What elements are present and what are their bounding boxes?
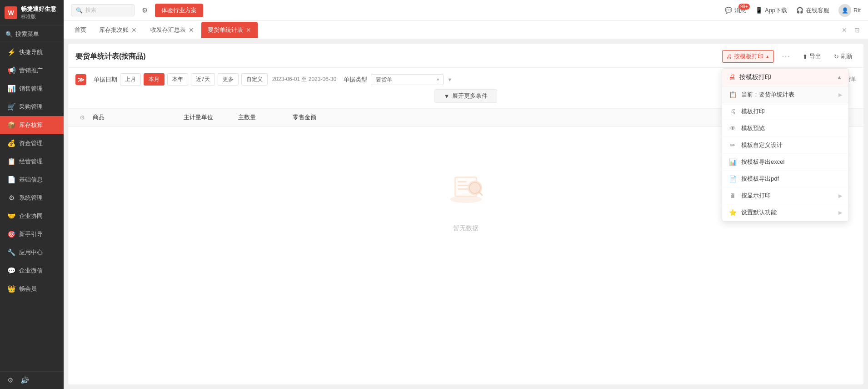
- nav-icon-inventory: 📦: [7, 121, 15, 129]
- template-preview-icon: 👁: [728, 125, 737, 132]
- template-pdf-label: 按模板导出pdf: [741, 175, 779, 183]
- sidebar-item-guide[interactable]: 🎯 新手引导: [0, 225, 64, 243]
- template-print-label: 模板打印: [741, 107, 765, 116]
- current-template-chevron: ▶: [838, 92, 842, 98]
- nav-icon-enterprise: 🤝: [7, 212, 15, 220]
- date-this-month-btn[interactable]: 本月: [144, 73, 165, 86]
- dropdown-template-custom[interactable]: ✏ 模板自定义设计: [722, 137, 848, 154]
- tab-order-stats-close[interactable]: ✕: [246, 27, 251, 33]
- date-custom-btn[interactable]: 自定义: [241, 73, 268, 86]
- sidebar-item-marketing[interactable]: 📢 营销推广: [0, 61, 64, 80]
- industry-btn[interactable]: 体验行业方案: [155, 4, 203, 17]
- topbar-gear-icon[interactable]: ⚙: [140, 5, 150, 16]
- dropdown-chevron-up-icon[interactable]: ▲: [837, 74, 842, 81]
- app-download-icon: 📱: [755, 7, 763, 14]
- date-prev-month-btn[interactable]: 上月: [120, 73, 141, 86]
- dropdown-title: 按模板打印: [739, 73, 771, 81]
- avatar: 👤: [838, 4, 851, 17]
- dropdown-header: 🖨 按模板打印 ▲: [722, 69, 848, 86]
- sidebar-item-enterprise[interactable]: 🤝 企业协同: [0, 207, 64, 225]
- template-preview-label: 模板预览: [741, 124, 765, 132]
- sidebar-item-sales[interactable]: 📊 销售管理: [0, 80, 64, 98]
- nav-icon-finance: 💰: [7, 139, 15, 147]
- tab-order-stats-label: 要货单统计表: [208, 26, 243, 34]
- empty-text: 暂无数据: [453, 224, 479, 232]
- sidebar-item-inventory[interactable]: 📦 库存核算: [0, 116, 64, 134]
- filter-expand-toggle[interactable]: ≫: [75, 74, 86, 85]
- export-label: 导出: [809, 52, 821, 61]
- topbar: 🔍 搜索 ⚙ 体验行业方案 💬 消息 99+ 📱 App下载 🎧 在线客服 👤: [64, 0, 868, 21]
- more-filters-btn[interactable]: ▼ 展开更多条件: [434, 89, 498, 103]
- date-last7-btn[interactable]: 近7天: [191, 73, 215, 86]
- dropdown-default-func[interactable]: ⭐ 设置默认功能 ▶: [722, 204, 848, 221]
- dropdown-template-excel[interactable]: 📊 按模板导出excel: [722, 154, 848, 171]
- dropdown-default-left: ⭐ 设置默认功能: [728, 208, 777, 217]
- tab-receipt-summary-label: 收发存汇总表: [150, 26, 186, 34]
- dropdown-template-preview[interactable]: 👁 模板预览: [722, 120, 848, 137]
- topbar-actions: 💬 消息 99+ 📱 App下载 🎧 在线客服 👤 Rit: [725, 4, 861, 17]
- date-filter-label: 单据日期: [94, 76, 117, 84]
- sidebar-item-wechat[interactable]: 💬 企业微信: [0, 262, 64, 280]
- chevron-up-icon: ▲: [765, 54, 770, 59]
- tab-maximize-btn[interactable]: ⊡: [852, 25, 863, 35]
- tab-receipt-summary-close[interactable]: ✕: [189, 27, 194, 33]
- refresh-btn[interactable]: ↻ 刷新: [830, 51, 856, 62]
- sidebar-item-membership[interactable]: 👑 畅会员: [0, 280, 64, 298]
- sidebar-item-operations[interactable]: 📋 经营管理: [0, 152, 64, 171]
- tab-batch-account-close[interactable]: ✕: [131, 27, 137, 33]
- online-service-label: 在线客服: [806, 6, 829, 15]
- message-btn[interactable]: 💬 消息 99+: [725, 6, 746, 15]
- dropdown-display-print[interactable]: 🖥 按显示打印 ▶: [722, 187, 848, 204]
- tab-expand-area: ✕ ⊡: [839, 25, 863, 35]
- dropdown-template-pdf[interactable]: 📄 按模板导出pdf: [722, 171, 848, 187]
- tab-batch-account[interactable]: 库存批次账 ✕: [93, 22, 143, 38]
- sidebar-nav: ⚡ 快捷导航 📢 营销推广 📊 销售管理 🛒 采购管理 📦 库存核算 💰 资金管…: [0, 43, 64, 371]
- sidebar-item-basic-info[interactable]: 📄 基础信息: [0, 171, 64, 189]
- template-custom-icon: ✏: [728, 141, 737, 149]
- nav-icon-quick-nav: ⚡: [7, 48, 15, 56]
- dropdown-header-right: ▲: [837, 74, 842, 81]
- tab-home[interactable]: 首页: [69, 22, 92, 38]
- user-avatar[interactable]: 👤 Rit: [838, 4, 861, 17]
- more-options-btn[interactable]: ···: [779, 51, 793, 61]
- export-btn[interactable]: ⬆ 导出: [799, 51, 825, 62]
- online-service-btn[interactable]: 🎧 在线客服: [796, 6, 829, 15]
- type-select[interactable]: 要货单: [371, 74, 444, 85]
- sidebar-search[interactable]: 🔍 搜索菜单: [0, 25, 64, 43]
- tab-close-window-btn[interactable]: ✕: [839, 25, 850, 35]
- sidebar-item-appstore[interactable]: 🔧 应用中心: [0, 243, 64, 262]
- type-dropdown-icon[interactable]: ▼: [447, 77, 452, 82]
- column-settings-btn[interactable]: ⚙: [75, 114, 89, 121]
- sidebar-item-finance[interactable]: 💰 资金管理: [0, 134, 64, 152]
- dropdown-title-area: 🖨 按模板打印: [728, 73, 771, 81]
- dropdown-template-print[interactable]: 🖨 模板打印: [722, 103, 848, 120]
- template-excel-icon: 📊: [728, 158, 737, 166]
- dropdown-current-template[interactable]: 📋 当前：要货单统计表 ▶: [722, 86, 848, 103]
- date-more-btn[interactable]: 更多: [218, 73, 239, 86]
- printer-icon: 🖨: [726, 53, 732, 60]
- sound-icon[interactable]: 🔊: [20, 376, 29, 384]
- tab-order-stats[interactable]: 要货单统计表 ✕: [201, 22, 258, 38]
- username: Rit: [853, 7, 861, 14]
- print-template-btn[interactable]: 🖨 按模板打印 ▲: [722, 50, 774, 63]
- current-template-icon: 📋: [728, 91, 737, 98]
- settings-icon[interactable]: ⚙: [7, 376, 13, 384]
- content-area: 要货单统计表(按商品) 🖨 按模板打印 ▲ ··· ⬆ 导出 ↻: [64, 39, 868, 389]
- display-print-icon: 🖥: [728, 192, 737, 199]
- page-title: 要货单统计表(按商品): [75, 52, 146, 61]
- col-unit-header: 主计量单位: [180, 109, 234, 126]
- template-pdf-icon: 📄: [728, 175, 737, 182]
- sidebar-item-quick-nav[interactable]: ⚡ 快捷导航: [0, 43, 64, 61]
- sidebar-item-purchase[interactable]: 🛒 采购管理: [0, 98, 64, 116]
- tab-receipt-summary[interactable]: 收发存汇总表 ✕: [144, 22, 200, 38]
- refresh-icon: ↻: [834, 53, 839, 60]
- topbar-search[interactable]: 🔍 搜索: [71, 4, 135, 16]
- tab-batch-account-label: 库存批次账: [99, 26, 129, 34]
- template-custom-label: 模板自定义设计: [741, 141, 783, 149]
- sidebar-logo[interactable]: W 畅捷通好生意 标准版: [0, 0, 64, 25]
- date-this-year-btn[interactable]: 本年: [167, 73, 188, 86]
- sidebar-item-system[interactable]: ⚙ 系统管理: [0, 189, 64, 207]
- type-filter-label: 单据类型: [344, 76, 367, 84]
- refresh-label: 刷新: [841, 52, 853, 61]
- app-download-btn[interactable]: 📱 App下载: [755, 6, 787, 15]
